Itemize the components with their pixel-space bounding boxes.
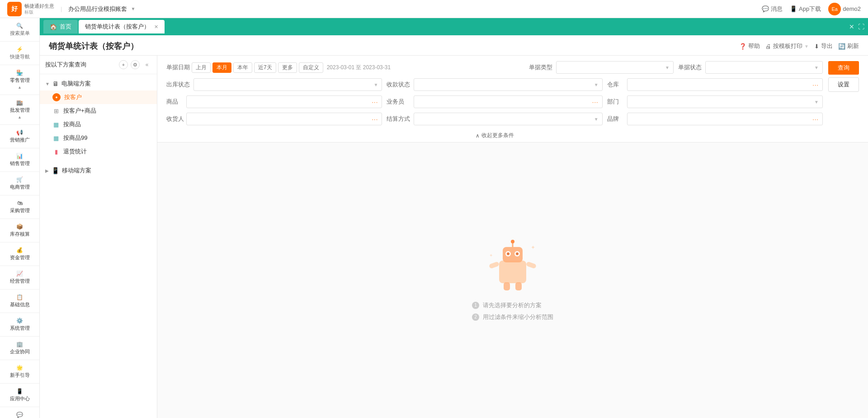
sidebar-item-inventory[interactable]: 📦 库存核算 <box>0 219 39 242</box>
sidebar-item-ecommerce[interactable]: 🛒 电商管理 <box>0 172 39 195</box>
date-btn-thisyear[interactable]: 本年 <box>233 62 252 73</box>
department-select[interactable]: ▼ <box>627 95 823 108</box>
app-download-btn[interactable]: 📱 App下载 <box>790 5 821 13</box>
ecommerce-icon: 🛒 <box>16 176 23 183</box>
desktop-plan-header[interactable]: ▼ 🖥 电脑端方案 <box>40 77 157 90</box>
sidebar-item-wholesale[interactable]: 🏬 批发管理 ▲ <box>0 95 39 125</box>
doc-type-select[interactable]: ▼ <box>556 61 674 74</box>
message-btn[interactable]: 💬 消息 <box>762 5 783 13</box>
plan-item-by-product[interactable]: ▦ 按商品 <box>40 118 157 131</box>
topbar: 好 畅捷通好生意 标版 | 办公用品行业模拟账套 ▼ 💬 消息 📱 App下载 … <box>0 0 868 18</box>
date-btn-lastmonth[interactable]: 上月 <box>192 62 211 73</box>
sidebar-item-newuser[interactable]: 🌟 新手引导 <box>0 360 39 384</box>
sidebar-item-appcenter[interactable]: 📱 应用中心 <box>0 384 39 407</box>
department-arrow: ▼ <box>814 100 819 104</box>
date-btn-thismonth[interactable]: 本月 <box>212 62 231 73</box>
warehouse-select[interactable]: ··· <box>627 78 823 91</box>
sidebar-item-system[interactable]: ⚙️ 系统管理 <box>0 313 39 337</box>
plan-item-by-customer[interactable]: ● 按客户 <box>40 90 157 104</box>
sidebar-item-retail[interactable]: 🏪 零售管理 ▲ <box>0 65 39 95</box>
date-btn-more[interactable]: 更多 <box>278 62 297 73</box>
print-dropdown-arrow[interactable]: ▼ <box>804 44 809 49</box>
sidebar-item-sales[interactable]: 📊 销售管理 <box>0 148 39 172</box>
out-status-select[interactable]: ▼ <box>193 78 382 91</box>
main-layout: 🔍 搜索菜单 ⚡ 快捷导航 🏪 零售管理 ▲ 🏬 批发管理 ▲ 📢 营销推广 📊… <box>0 18 868 418</box>
doc-status-select[interactable]: ▼ <box>705 61 823 74</box>
receiver-label: 收货人 <box>166 115 184 123</box>
refresh-btn[interactable]: 🔄 刷新 <box>838 42 859 50</box>
date-btn-last7days[interactable]: 近7天 <box>254 62 276 73</box>
sidebar-item-purchase[interactable]: 🛍 采购管理 <box>0 195 39 219</box>
title-dropdown-icon[interactable]: ▼ <box>131 6 135 11</box>
product-select[interactable]: ··· <box>186 95 382 108</box>
query-panel-actions: + ⚙ « <box>119 60 151 69</box>
collapse-panel-btn[interactable]: « <box>142 60 151 69</box>
fullscreen-icon[interactable]: ⛶ <box>858 23 864 30</box>
product-dots[interactable]: ··· <box>372 99 378 105</box>
wholesale-icon: 🏬 <box>16 100 23 106</box>
filter-row-date: 单据日期 上月 本月 本年 近7天 更多 自定义 <box>166 61 823 74</box>
svg-text:✦: ✦ <box>531 244 535 251</box>
brand-filter: 品牌 ··· <box>607 113 823 125</box>
sidebar-item-operation[interactable]: 📈 经营管理 <box>0 266 39 290</box>
export-btn[interactable]: ⬇ 导出 <box>814 42 833 50</box>
plan-item-return-stats[interactable]: ▮ 退货统计 <box>40 145 157 158</box>
quick-nav-btn[interactable]: ⚡ 快捷导航 <box>0 42 39 65</box>
plan-item-by-customer-product[interactable]: ⊞ 按客户+商品 <box>40 104 157 118</box>
app-title: 办公用品行业模拟账套 <box>68 5 127 13</box>
desktop-group-icon: 🖥 <box>52 80 59 87</box>
search-icon: 🔍 <box>16 23 23 29</box>
settlement-arrow: ▼ <box>594 117 599 122</box>
warehouse-dots[interactable]: ··· <box>812 81 819 88</box>
system-icon: ⚙️ <box>16 318 23 324</box>
mobile-plan-header[interactable]: ▶ 📱 移动端方案 <box>40 164 157 177</box>
sidebar-item-basicinfo[interactable]: 📋 基础信息 <box>0 290 39 313</box>
settings-plan-btn[interactable]: ⚙ <box>131 60 140 69</box>
salesperson-label: 业务员 <box>387 98 412 106</box>
plan-item-by-product99[interactable]: ▦ 按商品99 <box>40 131 157 145</box>
settlement-filter: 结算方式 ▼ <box>387 113 602 125</box>
receiver-dots[interactable]: ··· <box>372 116 378 123</box>
collapse-filters-btn[interactable]: ∧ 收起更多条件 <box>166 129 823 142</box>
close-tab-icon[interactable]: ✕ <box>849 23 854 30</box>
query-btn[interactable]: 查询 <box>828 61 859 75</box>
print-btn[interactable]: 🖨 按模板打印 ▼ <box>765 42 809 50</box>
receiver-select[interactable]: ··· <box>186 113 382 125</box>
doc-status-label: 单据状态 <box>678 63 703 71</box>
search-menu-btn[interactable]: 🔍 搜索菜单 <box>0 18 39 42</box>
brand-select[interactable]: ··· <box>627 113 823 125</box>
sidebar-item-marketing[interactable]: 📢 营销推广 <box>0 125 39 148</box>
brand-dots[interactable]: ··· <box>812 116 819 123</box>
svg-text:✦: ✦ <box>489 253 493 258</box>
add-plan-btn[interactable]: + <box>119 60 128 69</box>
page-header: 销货单统计表（按客户） ❓ 帮助 🖨 按模板打印 ▼ ⬇ 导出 🔄 刷新 <box>40 35 868 56</box>
svg-point-5 <box>516 252 519 255</box>
tab-home[interactable]: 🏠 首页 <box>43 20 78 33</box>
message-icon: 💬 <box>762 5 769 12</box>
sidebar-item-finance[interactable]: 💰 资金管理 <box>0 242 39 266</box>
receipt-status-select[interactable]: ▼ <box>414 78 602 91</box>
sidebar: 🔍 搜索菜单 ⚡ 快捷导航 🏪 零售管理 ▲ 🏬 批发管理 ▲ 📢 营销推广 📊… <box>0 18 40 418</box>
user-avatar[interactable]: Ea demo2 <box>828 3 861 15</box>
tab-sales-stat[interactable]: 销货单统计表（按客户） ✕ <box>79 20 165 33</box>
sidebar-item-enterprise[interactable]: 🏢 企业协同 <box>0 337 39 360</box>
warehouse-filter: 仓库 ··· <box>607 78 823 91</box>
svg-rect-9 <box>526 261 537 269</box>
page-actions: ❓ 帮助 🖨 按模板打印 ▼ ⬇ 导出 🔄 刷新 <box>739 42 859 50</box>
empty-hints: 1 请先选择要分析的方案 2 用过滤条件来缩小分析范围 <box>472 299 553 323</box>
settlement-select[interactable]: ▼ <box>414 113 602 125</box>
salesperson-dots[interactable]: ··· <box>592 99 599 105</box>
action-buttons: 查询 设置 <box>823 61 859 97</box>
query-panel-title: 按以下方案查询 <box>45 61 86 69</box>
settlement-label: 结算方式 <box>387 115 412 123</box>
date-btn-custom[interactable]: 自定义 <box>299 62 323 73</box>
settings-btn[interactable]: 设置 <box>828 77 859 92</box>
sidebar-item-wechat[interactable]: 💬 企业微信 <box>0 407 39 418</box>
finance-icon: 💰 <box>16 247 23 253</box>
svg-point-4 <box>507 252 509 255</box>
filter-row-2: 出库状态 ▼ 收款状态 <box>166 78 823 91</box>
tab-close-btn[interactable]: ✕ <box>154 24 158 30</box>
help-btn[interactable]: ❓ 帮助 <box>739 42 760 50</box>
salesperson-select[interactable]: ··· <box>414 95 602 108</box>
collapse-icon: ∧ <box>476 133 480 139</box>
